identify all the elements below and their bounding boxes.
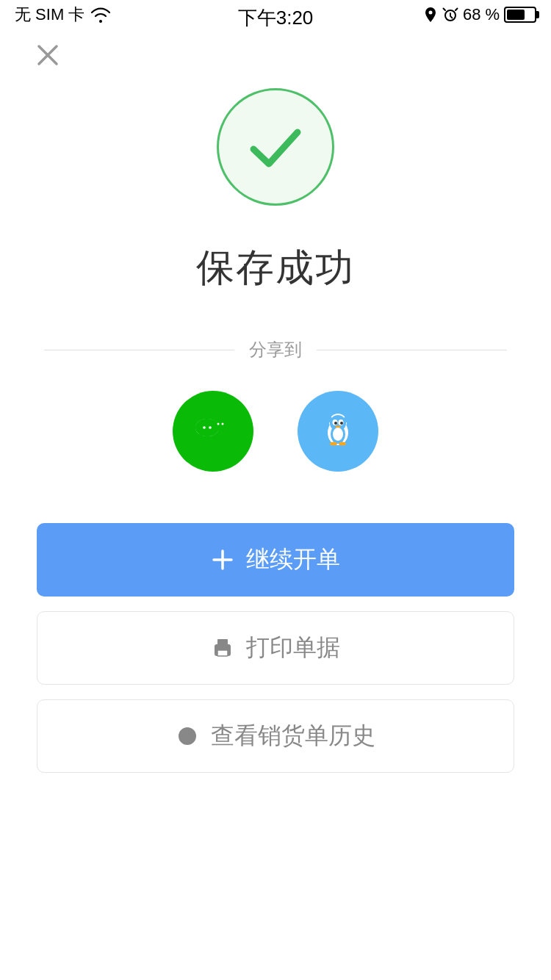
svg-point-16 bbox=[334, 422, 337, 425]
share-icons-container bbox=[173, 391, 378, 472]
svg-point-19 bbox=[333, 428, 343, 441]
svg-point-9 bbox=[222, 423, 224, 425]
share-divider: 分享到 bbox=[0, 338, 551, 361]
action-buttons-container: 继续开单 打印单据 查看销货单历史 bbox=[0, 523, 551, 773]
qq-share-button[interactable] bbox=[298, 391, 378, 472]
svg-rect-27 bbox=[217, 639, 228, 646]
share-label: 分享到 bbox=[234, 338, 317, 361]
print-button[interactable]: 打印单据 bbox=[37, 611, 514, 685]
svg-point-22 bbox=[328, 417, 332, 422]
battery-fill bbox=[507, 10, 525, 20]
success-title: 保存成功 bbox=[196, 242, 355, 294]
wifi-icon bbox=[90, 7, 111, 23]
continue-button[interactable]: 继续开单 bbox=[37, 523, 514, 597]
plus-icon bbox=[211, 548, 234, 572]
svg-point-29 bbox=[228, 647, 230, 649]
close-icon bbox=[36, 43, 60, 67]
battery-percent: 68 bbox=[463, 5, 480, 24]
svg-point-23 bbox=[344, 417, 348, 422]
status-icons: 68% bbox=[423, 5, 536, 24]
history-button[interactable]: 查看销货单历史 bbox=[37, 699, 514, 773]
svg-point-7 bbox=[209, 426, 212, 429]
printer-icon bbox=[211, 636, 234, 660]
success-icon-circle bbox=[217, 88, 334, 206]
carrier-info: 无 SIM 卡 bbox=[15, 4, 111, 26]
location-icon bbox=[423, 7, 438, 23]
divider-line-left bbox=[44, 350, 234, 350]
qq-icon bbox=[316, 409, 360, 453]
svg-point-8 bbox=[217, 423, 220, 425]
carrier-text: 无 SIM 卡 bbox=[15, 4, 84, 26]
svg-point-21 bbox=[339, 442, 346, 446]
svg-point-0 bbox=[428, 11, 432, 15]
history-icon bbox=[176, 724, 199, 748]
close-button[interactable] bbox=[29, 37, 66, 73]
battery-indicator bbox=[504, 7, 536, 23]
wechat-share-button[interactable] bbox=[173, 391, 253, 472]
status-time: 下午3:20 bbox=[238, 5, 314, 31]
status-bar: 无 SIM 卡 下午3:20 68% bbox=[0, 0, 551, 29]
alarm-icon bbox=[442, 7, 458, 23]
wechat-icon bbox=[191, 409, 235, 453]
svg-point-6 bbox=[203, 426, 206, 429]
history-label: 查看销货单历史 bbox=[211, 720, 375, 752]
divider-line-right bbox=[317, 350, 507, 350]
svg-point-20 bbox=[330, 442, 337, 446]
svg-point-17 bbox=[340, 422, 343, 425]
main-content: 保存成功 分享到 bbox=[0, 29, 551, 980]
continue-label: 继续开单 bbox=[246, 544, 340, 576]
checkmark-icon bbox=[242, 114, 309, 180]
print-label: 打印单据 bbox=[246, 632, 340, 664]
svg-rect-28 bbox=[217, 650, 228, 656]
